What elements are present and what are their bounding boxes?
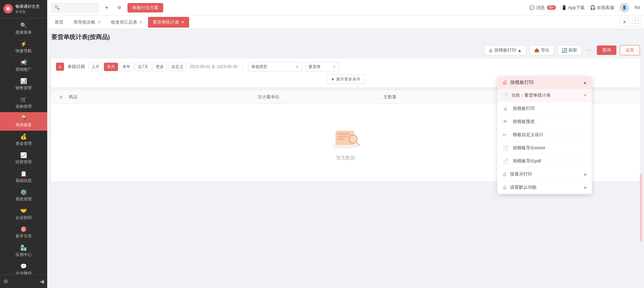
maximize-icon[interactable]: ⛶ bbox=[632, 18, 641, 27]
message-button[interactable]: 💬 消息 99+ bbox=[529, 5, 556, 11]
more-actions-icon[interactable]: ··· bbox=[585, 47, 593, 53]
settings-button[interactable]: 设置 bbox=[620, 45, 640, 55]
tab-collection[interactable]: 收发存汇总表✕ bbox=[106, 17, 147, 28]
sidebar-label-sales: 销售管理 bbox=[16, 85, 32, 91]
sidebar-item-search[interactable]: 🔍搜索菜单 bbox=[0, 20, 47, 38]
dropdown-icon-template-preview: 👁 bbox=[503, 119, 509, 124]
message-icon: 💬 bbox=[529, 5, 535, 10]
date-btn-2[interactable]: 本年 bbox=[119, 63, 134, 71]
date-btn-1[interactable]: 本月 bbox=[104, 63, 118, 71]
export-button[interactable]: 📤 导出 bbox=[530, 45, 554, 55]
dropdown-section-set-default[interactable]: 🖨 设置默认功能 ▶ bbox=[497, 181, 592, 194]
dropdown-icon-template-design: ✏ bbox=[503, 132, 509, 137]
svg-point-6 bbox=[350, 136, 356, 142]
table-header-product: 商品 bbox=[66, 94, 258, 100]
table-column-settings-icon[interactable]: ⚙ bbox=[56, 95, 66, 100]
dropdown-label-template-design: 模板自定义设计 bbox=[513, 132, 544, 138]
sidebar-icon-finance: 💰 bbox=[20, 133, 27, 140]
tabs-right-actions: ✕ ⛶ bbox=[620, 18, 641, 27]
sidebar-item-marketing[interactable]: 📢营销推广 bbox=[0, 57, 47, 75]
online-service-button[interactable]: 🎧 在线客服 bbox=[590, 5, 614, 11]
dropdown-item-template-preview[interactable]: 👁按模板预览 bbox=[497, 115, 592, 128]
user-avatar[interactable]: 👤 bbox=[620, 3, 629, 12]
tab-order[interactable]: 要货单统计表✕ bbox=[148, 17, 189, 28]
sidebar-icon-operation: 📈 bbox=[20, 152, 27, 158]
tab-close-order[interactable]: ✕ bbox=[181, 20, 184, 25]
dropdown-item-template-pdf[interactable]: 📄按模板导出pdf bbox=[497, 155, 592, 168]
dropdown-item-template-print[interactable]: 🖨按模板打印 bbox=[497, 102, 592, 115]
sidebar-item-sales[interactable]: 📊销售管理 bbox=[0, 75, 47, 94]
sidebar-label-newbie: 新手引导 bbox=[16, 233, 32, 239]
table-header-unit: 主计量单位 bbox=[258, 94, 383, 100]
trial-button[interactable]: 体验行业方案 bbox=[127, 3, 163, 12]
sidebar-item-system[interactable]: ⚙️系统管理 bbox=[0, 186, 47, 205]
refresh-button[interactable]: 🔄 刷新 bbox=[557, 45, 582, 55]
topbar-right: 💬 消息 99+ 📱 App下载 🎧 在线客服 👤 Rit bbox=[529, 3, 640, 12]
date-btn-5[interactable]: 自定义 bbox=[168, 63, 186, 71]
tab-batch[interactable]: 库存批次账✕ bbox=[69, 17, 106, 28]
sidebar-item-basic[interactable]: 📋基础信息 bbox=[0, 168, 47, 186]
scrollbar-indicator[interactable] bbox=[640, 174, 642, 241]
sidebar-item-appCenter[interactable]: 🏪应用中心 bbox=[0, 242, 47, 260]
dropdown-item-template-excel[interactable]: 📄按模板导出excel bbox=[497, 141, 592, 155]
topbar-dropdown-arrow[interactable]: ▾ bbox=[102, 3, 111, 12]
dropdown-sections: 🖨 按显示打印 ▶ 🖨 设置默认功能 ▶ bbox=[497, 168, 592, 194]
dropdown-section-display-print[interactable]: 🖨 按显示打印 ▶ bbox=[497, 168, 592, 181]
sidebar-item-enterprise[interactable]: 🤝企业协同 bbox=[0, 205, 47, 223]
sidebar-label-shortcut: 快捷导航 bbox=[16, 48, 32, 54]
tab-close-collection[interactable]: ✕ bbox=[139, 20, 143, 25]
dropdown-item-template-design[interactable]: ✏模板自定义设计 bbox=[497, 128, 592, 141]
sidebar-item-shortcut[interactable]: ⚡快捷导航 bbox=[0, 38, 47, 57]
toolbar: 🖨 按模板打印 ▲ 📤 导出 🔄 刷新 ··· 查询 设置 bbox=[51, 45, 640, 55]
sidebar-item-purchase[interactable]: 🛒采购管理 bbox=[0, 94, 47, 112]
message-badge: 99+ bbox=[547, 5, 556, 10]
logo-icon: 畅 bbox=[3, 4, 13, 13]
tab-home[interactable]: 首页 bbox=[50, 17, 68, 28]
sidebar-item-operation[interactable]: 📈经营管理 bbox=[0, 149, 47, 168]
sidebar-icon-inventory: 📦 bbox=[20, 115, 27, 121]
print-button[interactable]: 🖨 按模板打印 ▲ bbox=[484, 45, 526, 55]
service-icon: 🎧 bbox=[590, 5, 595, 10]
sidebar-label-inventory: 库存核算 bbox=[16, 122, 32, 128]
sidebar-icon-newbie: 🎯 bbox=[20, 226, 27, 232]
sidebar-item-finance[interactable]: 💰资金管理 bbox=[0, 131, 47, 149]
date-btn-3[interactable]: 近7天 bbox=[135, 63, 151, 71]
sidebar-item-wechat[interactable]: 💬企业微信 bbox=[0, 260, 47, 275]
extra-filter-select[interactable]: 要货单 ▼ bbox=[305, 62, 339, 71]
collapse-sidebar-icon[interactable]: ◀ bbox=[40, 278, 44, 285]
document-type-select[interactable]: 单据类型 ▼ bbox=[248, 62, 302, 71]
settings-footer-icon[interactable]: ⚙ bbox=[3, 278, 8, 285]
section-left-set-default: 🖨 设置默认功能 bbox=[502, 184, 536, 190]
main-content: 🔍 ▾ ⚙ 体验行业方案 💬 消息 99+ 📱 App下载 🎧 在线客服 👤 R… bbox=[47, 0, 644, 288]
query-button[interactable]: 查询 bbox=[597, 45, 616, 55]
sidebar: 畅 畅康通好生意 标准版 🔍搜索菜单⚡快捷导航📢营销推广📊销售管理🛒采购管理📦库… bbox=[0, 0, 47, 288]
tab-close-batch[interactable]: ✕ bbox=[97, 20, 101, 25]
dropdown-label-template-pdf: 按模板导出pdf bbox=[513, 158, 541, 164]
search-input[interactable] bbox=[61, 5, 95, 10]
dropdown-icon-template-excel: 📄 bbox=[503, 145, 509, 151]
app-download-button[interactable]: 📱 App下载 bbox=[561, 5, 585, 11]
sidebar-item-inventory[interactable]: 📦库存核算 bbox=[0, 112, 47, 131]
section-arrow-set-default: ▶ bbox=[584, 185, 587, 190]
username-label[interactable]: Rit bbox=[635, 5, 640, 10]
dropdown-current-item[interactable]: 📄 当前：要货单统计表 ▼ bbox=[497, 89, 592, 102]
dropdown-title: 🖨 按模板打印 bbox=[502, 79, 534, 86]
search-box[interactable]: 🔍 bbox=[51, 3, 98, 12]
dropdown-label-template-print: 按模板打印 bbox=[513, 105, 535, 111]
svg-rect-2 bbox=[338, 133, 349, 134]
filter-expand-button[interactable]: » bbox=[56, 63, 64, 71]
print-dropdown-menu: 🖨 按模板打印 ▲ 📄 当前：要货单统计表 ▼ 🖨按模板打印👁按模板预览✏模板自… bbox=[497, 76, 592, 194]
sidebar-item-newbie[interactable]: 🎯新手引导 bbox=[0, 223, 47, 242]
dropdown-header: 🖨 按模板打印 ▲ bbox=[497, 76, 592, 89]
topbar-gear-icon[interactable]: ⚙ bbox=[115, 3, 124, 12]
dropdown-collapse-icon[interactable]: ▲ bbox=[583, 80, 587, 85]
expand-more-button[interactable]: ▼ 展开更多条件 bbox=[326, 75, 365, 84]
section-arrow-display-print: ▶ bbox=[584, 172, 587, 177]
date-btn-4[interactable]: 更多 bbox=[153, 63, 167, 71]
close-tab-icon[interactable]: ✕ bbox=[620, 18, 629, 27]
svg-rect-3 bbox=[338, 136, 347, 137]
date-btn-0[interactable]: 上月 bbox=[88, 63, 103, 71]
sidebar-label-finance: 资金管理 bbox=[16, 141, 32, 147]
section-label-display-print: 按显示打印 bbox=[510, 171, 532, 177]
dropdown-icon-template-pdf: 📄 bbox=[503, 158, 509, 164]
